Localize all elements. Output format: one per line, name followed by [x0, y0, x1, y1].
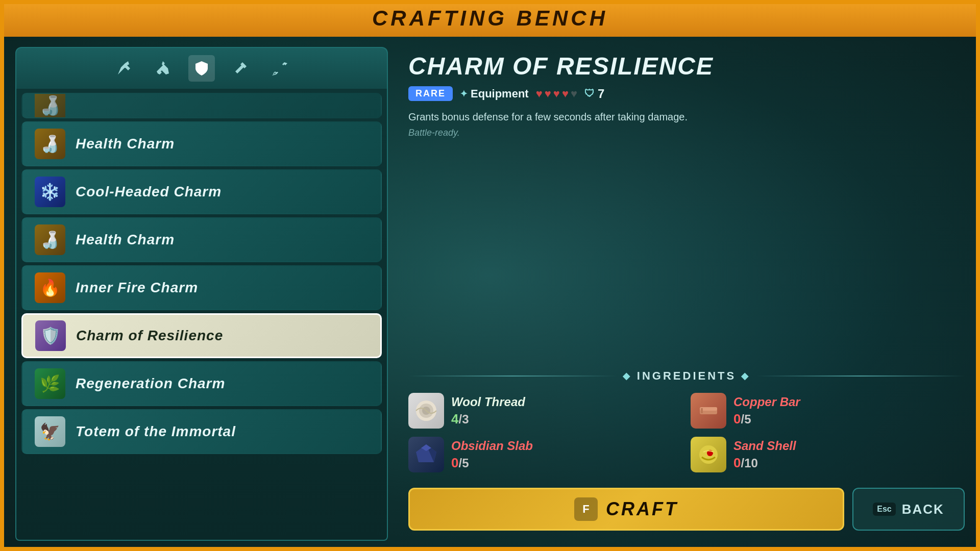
ingredients-label: INGREDIENTS [637, 369, 736, 383]
sand-shell-count: 0/10 [733, 455, 796, 471]
copper-bar-icon [691, 393, 726, 429]
item-icon: 🛡️ [35, 320, 66, 351]
ingredient-copper-bar: Copper Bar 0/5 [691, 393, 965, 429]
obsidian-slab-need: /5 [458, 456, 469, 470]
obsidian-slab-name: Obsidian Slab [451, 439, 533, 453]
shield-icon [193, 60, 210, 77]
item-icon-wrap: 🦅 [33, 414, 67, 449]
list-item[interactable]: 🍶 Health Charm [21, 121, 382, 166]
item-name: Cool-Headed Charm [76, 184, 222, 200]
item-icon-wrap: 🍶 [33, 93, 67, 118]
header-title: CRAFTING BENCH [372, 6, 608, 31]
detail-spacer [408, 146, 965, 369]
item-name: Totem of the Immortal [76, 423, 236, 440]
item-icon: 🌿 [35, 368, 65, 399]
wool-thread-count: 4/3 [451, 411, 525, 427]
back-key: Esc [873, 503, 895, 516]
left-panel: 🍶 🍶 Health Charm ❄️ Cool-Headed Charm [15, 47, 388, 541]
item-icon-wrap: 🔥 [33, 270, 67, 305]
list-item[interactable]: 🦅 Totem of the Immortal [21, 409, 382, 454]
list-item[interactable]: 🍶 [21, 93, 382, 118]
wool-thread-have: 4 [451, 411, 458, 427]
list-item[interactable]: 🌿 Regeneration Charm [21, 361, 382, 406]
item-icon-wrap: 🛡️ [33, 318, 68, 353]
list-item-selected[interactable]: 🛡️ Charm of Resilience [21, 313, 382, 358]
detail-flavor: Battle-ready. [408, 128, 965, 138]
obsidian-slab-have: 0 [451, 455, 458, 470]
shield-level-icon: 🛡 [584, 88, 595, 99]
wool-thread-img [413, 398, 439, 423]
detail-meta: RARE Equipment ♥ ♥ ♥ ♥ ♥ 🛡 7 [408, 86, 965, 101]
sand-shell-name: Sand Shell [733, 439, 796, 453]
copper-bar-count: 0/5 [733, 411, 800, 427]
wool-thread-icon [408, 393, 444, 429]
sand-shell-icon [691, 437, 726, 472]
sand-shell-info: Sand Shell 0/10 [733, 439, 796, 471]
back-label: BACK [902, 502, 944, 517]
item-icon: ❄️ [35, 177, 65, 207]
sand-shell-img [696, 442, 721, 467]
sword-icon [155, 60, 171, 77]
item-icon-wrap: 🍶 [33, 222, 67, 257]
ingredient-sand-shell: Sand Shell 0/10 [691, 437, 965, 472]
item-name: Regeneration Charm [76, 375, 225, 392]
arrow-icon [271, 60, 287, 77]
obsidian-slab-count: 0/5 [451, 455, 533, 471]
equipment-label: Equipment [460, 87, 529, 101]
tab-hammer[interactable] [227, 55, 254, 82]
item-icon: 🔥 [35, 272, 65, 303]
heart-5: ♥ [571, 87, 577, 101]
item-icon: 🍶 [35, 129, 65, 159]
ingredients-header: ◆ INGREDIENTS ◆ [408, 369, 965, 383]
item-icon-wrap: 🌿 [33, 366, 67, 401]
tab-arrow[interactable] [266, 55, 292, 82]
tab-shield[interactable] [188, 55, 215, 82]
item-icon-wrap: 🍶 [33, 127, 67, 161]
craft-key: F [574, 497, 598, 521]
sand-shell-have: 0 [733, 455, 741, 470]
pickaxe-icon [116, 60, 132, 77]
tab-bar [15, 47, 388, 89]
obsidian-slab-info: Obsidian Slab 0/5 [451, 439, 533, 471]
back-button[interactable]: Esc BACK [852, 488, 965, 531]
svg-rect-5 [701, 408, 703, 413]
list-item[interactable]: ❄️ Cool-Headed Charm [21, 169, 382, 214]
heart-4: ♥ [562, 87, 569, 101]
main-content: 🍶 🍶 Health Charm ❄️ Cool-Headed Charm [0, 37, 980, 551]
ingredients-grid: Wool Thread 4/3 [408, 393, 965, 472]
list-item[interactable]: 🍶 Health Charm [21, 217, 382, 262]
copper-bar-name: Copper Bar [733, 395, 800, 409]
item-icon-wrap: ❄️ [33, 174, 67, 209]
tab-pickaxe[interactable] [111, 55, 137, 82]
list-item[interactable]: 🔥 Inner Fire Charm [21, 265, 382, 310]
level-badge: 🛡 7 [584, 87, 604, 101]
detail-title: CHARM OF RESILIENCE [408, 52, 965, 80]
copper-bar-have: 0 [733, 411, 741, 427]
craft-label: CRAFT [606, 498, 678, 520]
ingredients-title: ◆ INGREDIENTS ◆ [623, 369, 750, 383]
item-icon: 🍶 [35, 93, 65, 118]
craft-button[interactable]: F CRAFT [408, 488, 844, 531]
hammer-icon [232, 60, 249, 77]
item-name: Health Charm [76, 232, 175, 248]
obsidian-slab-icon [408, 437, 444, 472]
item-name: Charm of Resilience [76, 328, 223, 344]
heart-2: ♥ [545, 87, 551, 101]
item-detail-header: CHARM OF RESILIENCE RARE Equipment ♥ ♥ ♥… [408, 52, 965, 138]
item-list: 🍶 🍶 Health Charm ❄️ Cool-Headed Charm [15, 89, 388, 541]
level-value: 7 [598, 87, 604, 101]
detail-description: Grants bonus defense for a few seconds a… [408, 109, 965, 124]
header: CRAFTING BENCH [0, 0, 980, 37]
ingredient-wool-thread: Wool Thread 4/3 [408, 393, 682, 429]
diamond-icon-left: ◆ [623, 370, 632, 382]
item-icon: 🍶 [35, 224, 65, 255]
copper-bar-need: /5 [741, 412, 751, 426]
item-icon: 🦅 [35, 416, 65, 447]
item-name: Inner Fire Charm [76, 280, 198, 296]
copper-bar-img [696, 398, 721, 423]
ingredient-obsidian-slab: Obsidian Slab 0/5 [408, 437, 682, 472]
ingredients-line-left [408, 375, 617, 377]
right-panel: CHARM OF RESILIENCE RARE Equipment ♥ ♥ ♥… [398, 47, 965, 541]
tab-sword[interactable] [150, 55, 176, 82]
hearts-row: ♥ ♥ ♥ ♥ ♥ [536, 87, 577, 101]
